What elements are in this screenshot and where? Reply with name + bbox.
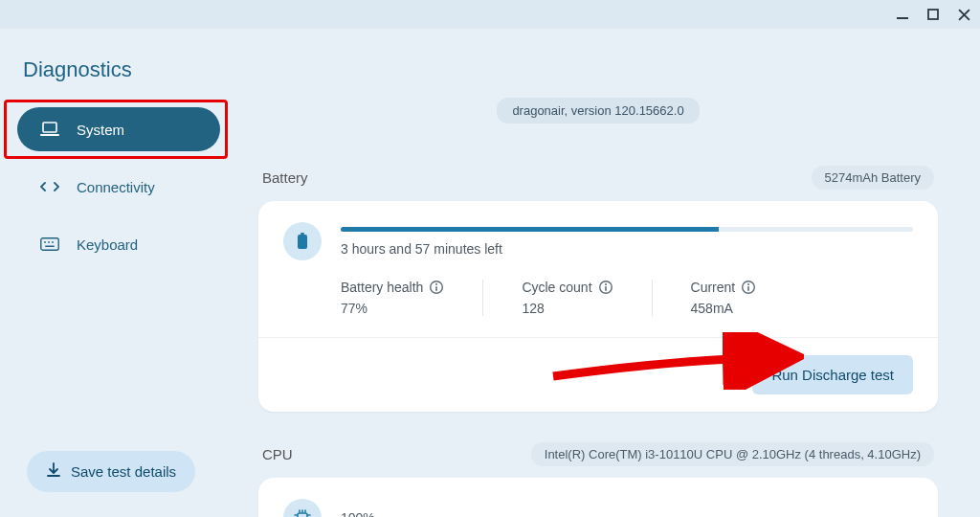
svg-point-6	[48, 241, 50, 243]
battery-progress-track	[341, 227, 913, 232]
svg-rect-10	[298, 235, 307, 249]
battery-health-value: 77%	[341, 301, 444, 316]
cycle-count-label: Cycle count	[522, 280, 591, 295]
window-titlebar	[0, 0, 980, 29]
swap-icon	[40, 179, 59, 194]
sidebar-item-keyboard[interactable]: Keyboard	[17, 222, 220, 266]
sidebar-item-label: System	[77, 122, 124, 138]
cpu-section-title: CPU	[262, 446, 293, 462]
version-badge: dragonair, version 120.15662.0	[497, 98, 699, 124]
cpu-usage-label: 100%	[341, 510, 913, 517]
battery-section-title: Battery	[262, 169, 308, 186]
svg-point-12	[435, 283, 437, 285]
battery-time-left: 3 hours and 57 minutes left	[341, 241, 913, 257]
svg-rect-1	[928, 10, 938, 19]
save-test-details-button[interactable]: Save test details	[27, 451, 195, 492]
info-icon[interactable]	[741, 280, 756, 295]
cycle-count-stat: Cycle count 128	[482, 280, 651, 316]
svg-point-7	[52, 241, 54, 243]
current-stat: Current 458mA	[652, 280, 795, 316]
cpu-section-header: CPU Intel(R) Core(TM) i3-10110U CPU @ 2.…	[258, 442, 938, 466]
cpu-card: 100%	[258, 478, 938, 517]
svg-rect-2	[43, 123, 56, 132]
sidebar-item-connectivity[interactable]: Connectivity	[17, 165, 220, 209]
battery-section-header: Battery 5274mAh Battery	[258, 166, 938, 190]
svg-rect-0	[897, 17, 908, 19]
svg-point-5	[44, 241, 46, 243]
current-value: 458mA	[691, 301, 757, 316]
close-icon[interactable]	[957, 8, 970, 21]
battery-capacity-badge: 5274mAh Battery	[812, 166, 934, 190]
download-icon	[46, 462, 61, 481]
svg-point-18	[747, 283, 749, 285]
info-icon[interactable]	[429, 280, 444, 295]
svg-rect-9	[301, 233, 304, 235]
battery-icon	[283, 222, 322, 260]
page-title: Diagnostics	[23, 57, 220, 82]
battery-health-stat: Battery health 77%	[341, 280, 482, 316]
sidebar: Diagnostics System Connectivity	[0, 29, 237, 517]
svg-rect-19	[747, 286, 749, 291]
svg-rect-4	[41, 238, 58, 250]
info-icon[interactable]	[598, 280, 613, 295]
save-test-details-label: Save test details	[71, 463, 176, 480]
sidebar-item-system[interactable]: System	[17, 107, 220, 151]
main-content: dragonair, version 120.15662.0 Battery 5…	[237, 29, 980, 517]
svg-rect-8	[45, 246, 55, 248]
sidebar-nav: System Connectivity Keyboard	[17, 107, 220, 266]
minimize-icon[interactable]	[896, 8, 909, 21]
maximize-icon[interactable]	[926, 8, 940, 21]
keyboard-icon	[40, 236, 59, 252]
svg-rect-13	[436, 286, 438, 291]
laptop-icon	[40, 122, 59, 137]
battery-health-label: Battery health	[341, 280, 423, 295]
svg-rect-20	[298, 513, 307, 517]
sidebar-item-label: Keyboard	[77, 236, 138, 253]
cpu-icon	[283, 499, 322, 517]
svg-point-15	[605, 283, 607, 285]
run-discharge-test-button[interactable]: Run Discharge test	[752, 355, 913, 394]
battery-card: 3 hours and 57 minutes left Battery heal…	[258, 201, 938, 412]
cycle-count-value: 128	[522, 301, 612, 316]
svg-rect-16	[605, 286, 607, 291]
svg-rect-3	[40, 134, 59, 136]
battery-progress-fill	[341, 227, 719, 232]
cpu-model-badge: Intel(R) Core(TM) i3-10110U CPU @ 2.10GH…	[531, 442, 934, 466]
sidebar-item-label: Connectivity	[77, 179, 155, 195]
current-label: Current	[691, 280, 736, 295]
